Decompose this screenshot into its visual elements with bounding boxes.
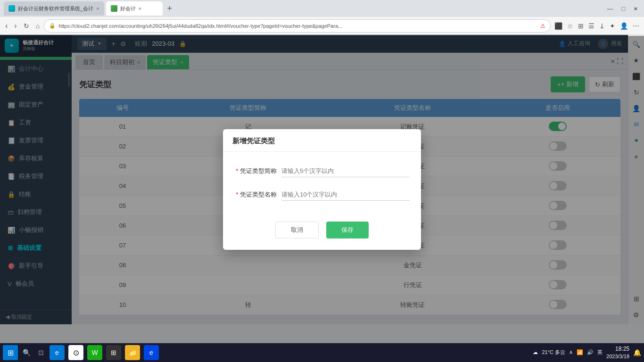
browser-action-save[interactable]: ⤓ (597, 21, 607, 31)
new-tab-button[interactable]: + (165, 4, 175, 14)
save-button[interactable]: 保存 (326, 222, 369, 239)
browser-tab-1[interactable]: 好会计云财务软件管理系统_会计 × (4, 1, 104, 16)
taskbar-chevron-up[interactable]: ∧ (569, 349, 573, 355)
taskbar-app-edge[interactable]: e (50, 345, 65, 360)
browser-close[interactable]: × (631, 4, 640, 13)
browser-action-profile[interactable]: 👤 (618, 21, 630, 31)
form-row-short: * 凭证类型简称 (234, 165, 410, 177)
modal-title: 新增凭证类型 (232, 137, 275, 146)
notification-btn[interactable]: 🔔 (633, 349, 641, 356)
tab1-close[interactable]: × (96, 6, 99, 11)
address-url: https://cloud2.chanjet.com/accounting/uh… (58, 23, 537, 29)
network-icon: 📶 (577, 349, 583, 355)
taskbar-app-wechat[interactable]: W (87, 345, 102, 360)
browser-action-menu[interactable]: ⋯ (631, 21, 641, 31)
modal-header: 新增凭证类型 (223, 129, 421, 152)
form-row-name: * 凭证类型名称 (234, 189, 410, 201)
browser-action-share[interactable]: ✦ (608, 21, 617, 31)
browser-action-star[interactable]: ☆ (565, 21, 575, 31)
start-button[interactable]: ⊞ (3, 345, 18, 360)
browser-action-reader[interactable]: ☰ (586, 21, 596, 31)
browser-action-ext[interactable]: ⬛ (553, 21, 564, 31)
nav-home[interactable]: ⌂ (33, 21, 42, 31)
weather-icon: ☁ (533, 349, 538, 355)
weather-temp: 21°C 多云 (542, 349, 565, 356)
tab1-title: 好会计云财务软件管理系统_会计 (18, 5, 93, 12)
tab2-title: 好会计 (120, 5, 136, 12)
taskbar-app-edge2[interactable]: e (144, 345, 159, 360)
tab1-favicon (8, 5, 15, 12)
name-input[interactable] (281, 189, 410, 201)
time: 18:25 (606, 346, 629, 353)
clock[interactable]: 18:25 2023/3/18 (606, 346, 629, 360)
nav-forward[interactable]: › (12, 20, 19, 32)
taskbar-search[interactable]: 🔍 (20, 347, 33, 358)
modal-dialog: 新增凭证类型 * 凭证类型简称 * 凭证类型名称 取消 保存 (223, 129, 421, 250)
browser-action-tab[interactable]: ⊞ (576, 21, 586, 31)
short-input[interactable] (281, 165, 410, 177)
taskbar-app-store[interactable]: ⊞ (106, 345, 121, 360)
lang-indicator: 英 (597, 349, 603, 356)
taskbar: ⊞ 🔍 ⊡ e ⊙ W ⊞ 📁 e ☁ 21°C 多云 ∧ 📶 🔊 英 18:2… (0, 343, 644, 362)
browser-minimize[interactable]: — (604, 4, 616, 13)
taskbar-app-folder[interactable]: 📁 (125, 345, 140, 360)
date: 2023/3/18 (606, 353, 629, 360)
address-lock-icon: 🔒 (49, 23, 56, 29)
taskbar-right: ☁ 21°C 多云 ∧ 📶 🔊 英 18:25 2023/3/18 🔔 (533, 346, 641, 360)
modal-footer: 取消 保存 (223, 216, 421, 250)
name-label: * 凭证类型名称 (234, 190, 277, 199)
address-bar[interactable]: 🔒 https://cloud2.chanjet.com/accounting/… (44, 19, 551, 33)
browser-tab-2[interactable]: 好会计 × (106, 1, 163, 16)
nav-back[interactable]: ‹ (3, 20, 10, 32)
taskbar-app-chrome[interactable]: ⊙ (68, 345, 83, 360)
taskbar-task-view[interactable]: ⊡ (35, 347, 47, 358)
cancel-button[interactable]: 取消 (275, 222, 319, 239)
short-label: * 凭证类型简称 (234, 167, 277, 175)
address-alert-icon: ⚠ (540, 23, 545, 29)
tab2-favicon (111, 5, 117, 12)
browser-maximize[interactable]: □ (619, 4, 628, 13)
volume-icon: 🔊 (587, 349, 594, 355)
tab2-close[interactable]: × (139, 6, 141, 11)
nav-refresh[interactable]: ↻ (21, 21, 32, 31)
modal-overlay: 新增凭证类型 * 凭证类型简称 * 凭证类型名称 取消 保存 (0, 36, 644, 343)
modal-body: * 凭证类型简称 * 凭证类型名称 (223, 152, 421, 216)
